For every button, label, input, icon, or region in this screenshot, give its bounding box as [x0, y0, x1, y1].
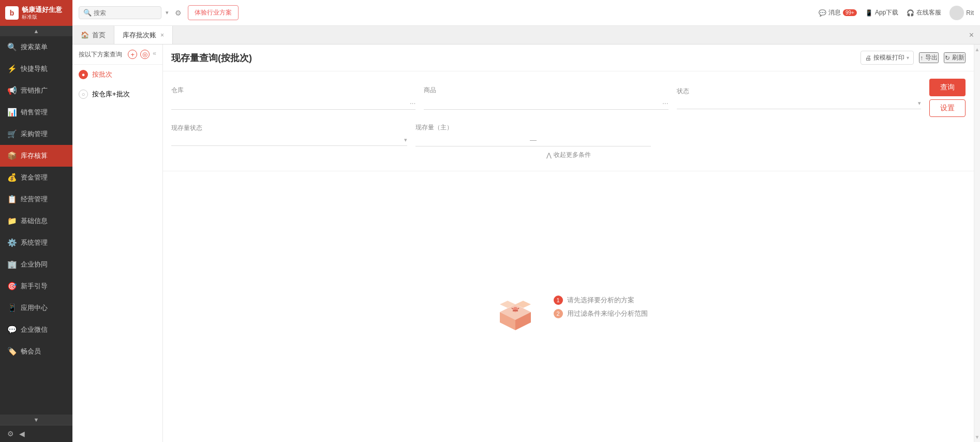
inventory-status-select[interactable]: ▾: [171, 135, 407, 146]
print-chevron-icon: ▾: [907, 55, 909, 61]
tabbar: 🏠 首页 库存批次账 × ×: [72, 26, 980, 45]
collapse-footer-icon[interactable]: ◀: [19, 430, 25, 438]
collapse-more-button[interactable]: ⋀ 收起更多条件: [171, 146, 966, 164]
sidebar-item-marketing[interactable]: 📢 营销推广: [0, 80, 72, 101]
inventory-qty-filter: 现存量（主） —: [415, 123, 651, 146]
export-button[interactable]: ↑ 导出: [919, 52, 939, 63]
inventory-qty-min-input[interactable]: [415, 136, 526, 144]
scheme-label-batch: 按批次: [92, 70, 112, 79]
sidebar-item-system[interactable]: ⚙️ 系统管理: [0, 232, 72, 254]
tip-num-1: 1: [554, 296, 563, 305]
inventory-status-filter: 现存量状态 ▾: [171, 124, 407, 146]
tab-home-label: 首页: [92, 31, 106, 40]
app-download-label: App下载: [875, 8, 898, 17]
search-input[interactable]: [94, 9, 145, 17]
warehouse-input-row[interactable]: ···: [171, 97, 415, 110]
product-input[interactable]: [424, 99, 662, 107]
empty-state-content: 1 请先选择要分析的方案 2 用过滤条件来缩小分析范围: [489, 281, 648, 333]
member-icon: 🏷️: [7, 347, 17, 356]
settings-footer-icon[interactable]: ⚙: [7, 430, 14, 438]
query-button[interactable]: 查询: [929, 79, 966, 96]
product-dots[interactable]: ···: [662, 99, 669, 107]
finance-icon: 💰: [7, 173, 17, 182]
sidebar-item-sales[interactable]: 📊 销售管理: [0, 101, 72, 123]
refresh-icon: ↻: [945, 54, 950, 62]
industry-solution-button[interactable]: 体验行业方案: [188, 5, 239, 20]
sidebar-item-label: 快捷导航: [21, 64, 48, 73]
user-profile-button[interactable]: Rit: [949, 6, 974, 20]
sidebar-item-appcenter[interactable]: 📱 应用中心: [0, 297, 72, 319]
app-download-icon: 📱: [865, 9, 873, 17]
sidebar-item-label: 经营管理: [21, 195, 48, 204]
sidebar-item-newuser[interactable]: 🎯 新手引导: [0, 275, 72, 297]
template-print-button[interactable]: 🖨 按模板打印 ▾: [860, 51, 914, 65]
inventory-qty-max-input[interactable]: [541, 136, 651, 144]
sidebar: b 畅康通好生意 标准版 ▲ 🔍 搜索菜单 ⚡ 快捷导航 📢 营销推广 📊 销售…: [0, 0, 72, 442]
warehouse-dots[interactable]: ···: [410, 99, 416, 107]
empty-state: 1 请先选择要分析的方案 2 用过滤条件来缩小分析范围: [163, 171, 974, 442]
scroll-up-arrow[interactable]: ▲: [0, 26, 72, 36]
message-icon: 💬: [819, 9, 826, 17]
newuser-icon: 🎯: [7, 282, 17, 291]
warehouse-filter: 仓库 ···: [171, 86, 415, 110]
tab-home[interactable]: 🏠 首页: [72, 26, 114, 44]
scrollbar-down[interactable]: ▼: [975, 434, 980, 440]
sidebar-item-enterprise[interactable]: 🏢 企业协同: [0, 254, 72, 275]
status-select[interactable]: ▾: [677, 98, 921, 109]
panel-close-button[interactable]: ×: [963, 31, 980, 40]
scheme-item-warehouse-batch[interactable]: ○ 按仓库+批次: [72, 84, 162, 104]
avatar: [949, 6, 964, 20]
search-chevron-icon[interactable]: ▾: [166, 9, 169, 16]
marketing-icon: 📢: [7, 86, 17, 95]
left-panel-title: 按以下方案查询: [79, 50, 122, 59]
scrollbar-thumb[interactable]: ▲: [975, 47, 980, 52]
tab-batch[interactable]: 库存批次账 ×: [114, 26, 173, 44]
sidebar-header: b 畅康通好生意 标准版: [0, 0, 72, 26]
right-scrollbar[interactable]: ▲ ▼: [974, 45, 980, 442]
empty-tips: 1 请先选择要分析的方案 2 用过滤条件来缩小分析范围: [554, 296, 648, 318]
app-subtitle: 标准版: [22, 14, 62, 20]
sidebar-item-quicknav[interactable]: ⚡ 快捷导航: [0, 58, 72, 80]
search-icon: 🔍: [83, 9, 92, 17]
sidebar-item-inventory[interactable]: 📦 库存核算: [0, 145, 72, 167]
home-icon: 🏠: [81, 31, 89, 39]
collapse-panel-icon[interactable]: «: [153, 50, 156, 59]
content-area: 按以下方案查询 + ◎ « ● 按批次 ○ 按仓库+批次 现存量查询(按批次): [72, 45, 980, 442]
scheme-settings-button[interactable]: ◎: [140, 50, 150, 59]
refresh-button[interactable]: ↻ 刷新: [944, 52, 966, 63]
scroll-down-arrow[interactable]: ▼: [0, 415, 72, 425]
sidebar-item-member[interactable]: 🏷️ 畅会员: [0, 341, 72, 362]
tab-close-icon[interactable]: ×: [160, 32, 164, 39]
sidebar-item-basic[interactable]: 📁 基础信息: [0, 210, 72, 232]
filter-settings-button[interactable]: 设置: [929, 99, 966, 117]
scheme-icon-batch: ●: [79, 70, 88, 79]
sidebar-item-label: 营销推广: [21, 86, 48, 95]
sidebar-item-operations[interactable]: 📋 经营管理: [0, 188, 72, 210]
sidebar-item-wechat[interactable]: 💬 企业微信: [0, 319, 72, 341]
sidebar-item-finance[interactable]: 💰 资金管理: [0, 167, 72, 188]
sidebar-item-label: 企业协同: [21, 260, 48, 269]
message-button[interactable]: 💬 消息 99+: [819, 8, 857, 17]
enterprise-icon: 🏢: [7, 260, 17, 269]
collapse-up-icon: ⋀: [546, 152, 552, 159]
sidebar-item-search[interactable]: 🔍 搜索菜单: [0, 36, 72, 58]
template-print-label: 按模板打印: [873, 53, 904, 62]
sidebar-item-label: 搜索菜单: [21, 42, 48, 52]
topbar: 🔍 ▾ ⚙ 体验行业方案 💬 消息 99+ 📱 App下载 🎧 在线客服 Rit: [72, 0, 980, 26]
sidebar-item-label: 新手引导: [21, 282, 48, 291]
product-input-row[interactable]: ···: [424, 97, 668, 110]
add-scheme-button[interactable]: +: [128, 50, 137, 59]
search-menu-icon: 🔍: [7, 42, 17, 52]
topbar-gear-icon[interactable]: ⚙: [175, 9, 182, 17]
tip-num-2: 2: [554, 309, 563, 318]
search-box[interactable]: 🔍: [79, 6, 161, 19]
app-download-button[interactable]: 📱 App下载: [865, 8, 898, 17]
warehouse-input[interactable]: [171, 99, 410, 107]
inventory-status-label: 现存量状态: [171, 124, 407, 132]
sidebar-item-purchase[interactable]: 🛒 采购管理: [0, 123, 72, 145]
online-service-button[interactable]: 🎧 在线客服: [907, 8, 941, 17]
operations-icon: 📋: [7, 195, 17, 204]
scheme-item-batch[interactable]: ● 按批次: [72, 65, 162, 84]
export-label: 导出: [925, 53, 938, 62]
appcenter-icon: 📱: [7, 303, 17, 313]
